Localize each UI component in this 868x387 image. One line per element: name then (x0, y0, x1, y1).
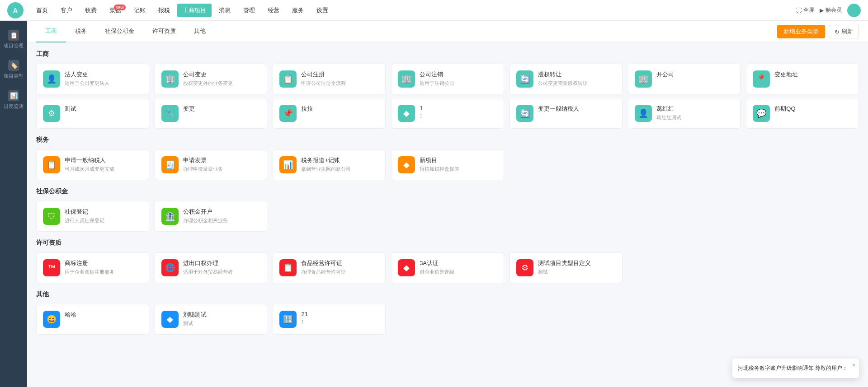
notification-close[interactable]: × (852, 362, 855, 368)
nav-item-报税[interactable]: 报税 (153, 4, 175, 17)
card-法人变更[interactable]: 👤法人变更适用于公司变更法人 (36, 64, 149, 94)
tab-工商[interactable]: 工商 (36, 21, 66, 42)
card-icon: 👤 (635, 105, 652, 122)
nav-item-设置[interactable]: 设置 (311, 4, 334, 17)
card-公司注销[interactable]: 🏢公司注销适用于注销公司 (391, 64, 504, 94)
card-前期QQ[interactable]: 💬前期QQ (746, 98, 859, 129)
sidebar-label-1: 项目类型 (4, 73, 24, 79)
card-申请发票[interactable]: 🧾申请发票办理申请发票业务 (155, 149, 268, 180)
card-name: 3A认证 (420, 259, 497, 267)
card-desc: 当月或次月成变更完成 (65, 166, 142, 173)
tab-社保公积金[interactable]: 社保公积金 (96, 21, 143, 42)
card-哈哈[interactable]: 😄哈哈 (36, 304, 149, 335)
fullscreen-button[interactable]: ⛶ 全屏 (796, 6, 814, 14)
card-icon: 🔄 (516, 105, 533, 122)
add-type-button[interactable]: 新增业务类型 (777, 25, 825, 38)
card-开公司[interactable]: 🏢开公司 (628, 64, 741, 94)
card-icon: ◆ (398, 259, 415, 276)
nav-item-服务[interactable]: 服务 (287, 4, 309, 17)
card-name: 测试 (65, 105, 142, 113)
member-button[interactable]: ▶ 畅会员 (820, 6, 842, 14)
card-公积金开户[interactable]: 🏦公积金开户办理公积金相关业务 (155, 201, 268, 232)
card-icon: 📋 (43, 156, 60, 173)
card-测试[interactable]: ⚙测试 (36, 98, 149, 129)
refresh-button[interactable]: ↻ 刷新 (829, 25, 859, 38)
tab-其他[interactable]: 其他 (185, 21, 215, 42)
nav-item-收费[interactable]: 收费 (80, 4, 102, 17)
section-xuke-title: 许可资质 (36, 239, 859, 247)
card-name: 变更地址 (774, 70, 852, 79)
notification-popup: × 河北税务数字账户升级影响通知 尊敬的用户： (732, 359, 859, 378)
tab-税务[interactable]: 税务 (66, 21, 96, 42)
card-拉拉[interactable]: 📌拉拉 (273, 98, 386, 129)
shebao-cards: 🛡社保登记进行人员社保登记🏦公积金开户办理公积金相关业务 (36, 201, 859, 232)
tab-actions: 新增业务类型 ↻ 刷新 (777, 25, 859, 38)
card-测试项目类型目定义[interactable]: ⚙测试项目类型目定义测试 (509, 252, 623, 283)
avatar[interactable] (847, 4, 861, 17)
card-desc: 公司变更需要股权转让 (538, 80, 616, 87)
card-21[interactable]: 🔢211 (273, 304, 386, 335)
card-社保登记[interactable]: 🛡社保登记进行人员社保登记 (36, 201, 149, 232)
card-name: 公司注册 (301, 70, 379, 79)
content-area: 工商 👤法人变更适用于公司变更法人🏢公司变更股权变更外的业务变更📋公司注册申请公… (27, 43, 868, 345)
nav-item-经营[interactable]: 经营 (262, 4, 285, 17)
card-食品经营许可证[interactable]: 📋食品经营许可证办理食品经营许可证 (273, 252, 386, 283)
sidebar-item-1[interactable]: 🏷️项目类型 (0, 56, 27, 83)
card-icon: 📋 (279, 259, 297, 276)
card-icon: 🛡 (43, 208, 60, 225)
card-icon: ◆ (398, 156, 415, 173)
xuke-cards: ™商标注册用于企业商标注册服务🌐进出口权办理适用于对外贸易经营者📋食品经营许可证… (36, 252, 859, 283)
card-进出口权办理[interactable]: 🌐进出口权办理适用于对外贸易经营者 (155, 252, 268, 283)
card-变更地址[interactable]: 📍变更地址 (746, 64, 859, 94)
nav-item-首页[interactable]: 首页 (31, 4, 53, 17)
notification-text: 河北税务数字账户升级影响通知 尊敬的用户： (738, 364, 854, 373)
section-shuiwu-title: 税务 (36, 136, 859, 144)
nav-item-管理[interactable]: 管理 (238, 4, 260, 17)
section-other-title: 其他 (36, 290, 859, 298)
other-cards: 😄哈哈◆刘聪测试测试🔢211 (36, 304, 859, 335)
card-icon: 😄 (43, 311, 60, 328)
card-3A认证[interactable]: ◆3A认证对企业信誉评级 (391, 252, 504, 283)
gongshang-cards-row2: ⚙测试🔧变更📌拉拉◆11🔄变更一般纳税人👤葛红红葛红红测试💬前期QQ (36, 98, 859, 129)
app-logo[interactable]: A (7, 2, 24, 19)
sidebar: 📋项目管理🏷️项目类型📊进度监测 (0, 21, 27, 387)
card-desc: 1 (420, 113, 497, 118)
card-icon: 💬 (753, 105, 770, 122)
card-1[interactable]: ◆11 (391, 98, 504, 129)
tab-许可资质[interactable]: 许可资质 (143, 21, 185, 42)
card-desc: 对企业信誉评级 (420, 269, 497, 275)
nav-item-客户[interactable]: 客户 (55, 4, 78, 17)
card-申请一般纳税人[interactable]: 📋申请一般纳税人当月或次月成变更完成 (36, 149, 149, 180)
sidebar-item-0[interactable]: 📋项目管理 (0, 26, 27, 53)
card-公司变更[interactable]: 🏢公司变更股权变更外的业务变更 (155, 64, 268, 94)
card-新项目[interactable]: ◆新项目报税加税控盘保管 (391, 149, 504, 180)
card-desc: 用于企业商标注册服务 (65, 269, 142, 275)
nav-item-票据[interactable]: 票据new (104, 4, 127, 17)
nav-item-记账[interactable]: 记账 (128, 4, 151, 17)
card-desc: 办理食品经营许可证 (301, 269, 379, 275)
card-变更[interactable]: 🔧变更 (155, 98, 268, 129)
card-股权转让[interactable]: 🔄股权转让公司变更需要股权转让 (509, 64, 623, 94)
card-name: 进出口权办理 (183, 259, 261, 267)
nav-item-工商项目[interactable]: 工商项目 (177, 4, 212, 17)
card-税务报道+记账[interactable]: 📊税务报道+记账拿到营业执照的新公司 (273, 149, 386, 180)
card-name: 申请发票 (183, 156, 261, 164)
card-name: 申请一般纳税人 (65, 156, 142, 164)
card-desc: 测试 (183, 320, 261, 327)
main-layout: 📋项目管理🏷️项目类型📊进度监测 工商税务社保公积金许可资质其他 新增业务类型 … (0, 21, 868, 387)
card-name: 变更一般纳税人 (538, 105, 616, 113)
card-变更一般纳税人[interactable]: 🔄变更一般纳税人 (509, 98, 623, 129)
card-葛红红[interactable]: 👤葛红红葛红红测试 (628, 98, 741, 129)
card-desc: 葛红红测试 (656, 114, 734, 121)
card-name: 税务报道+记账 (301, 156, 379, 164)
card-name: 公司注销 (420, 70, 497, 79)
sidebar-item-2[interactable]: 📊进度监测 (0, 87, 27, 113)
card-desc: 适用于注销公司 (420, 80, 497, 87)
card-商标注册[interactable]: ™商标注册用于企业商标注册服务 (36, 252, 149, 283)
card-刘聪测试[interactable]: ◆刘聪测试测试 (155, 304, 268, 335)
card-icon: 🔄 (516, 70, 533, 88)
section-shebao-title: 社保公积金 (36, 187, 859, 196)
nav-item-消息[interactable]: 消息 (213, 4, 236, 17)
card-desc: 进行人员社保登记 (65, 217, 142, 224)
card-公司注册[interactable]: 📋公司注册申请公司注册全流程 (273, 64, 386, 94)
